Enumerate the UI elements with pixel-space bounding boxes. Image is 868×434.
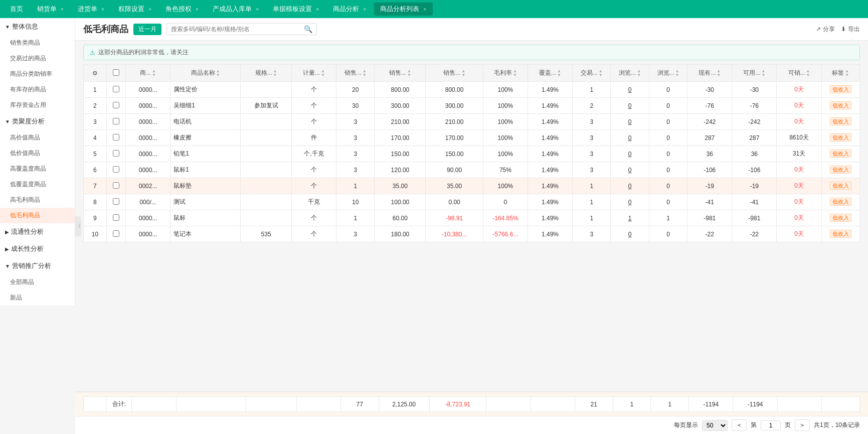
sidebar-item-inventory-capital[interactable]: 库存资金占用	[0, 97, 75, 113]
row-checkbox[interactable]	[113, 134, 119, 140]
row-check[interactable]	[106, 146, 125, 162]
nav-sales-order[interactable]: 销货单 ×	[31, 3, 70, 16]
sidebar-item-sales-goods[interactable]: 销售类商品	[0, 35, 75, 51]
col-available-header[interactable]: 可用...▲▼	[732, 65, 777, 82]
row-view1[interactable]: 0	[611, 162, 649, 178]
col-coverage-header[interactable]: 覆盖...▲▼	[528, 65, 572, 82]
col-sale-qty-header[interactable]: 销售...▲▼	[336, 65, 375, 82]
row-check[interactable]	[106, 162, 125, 178]
col-gross-rate-header[interactable]: 毛利率▲▼	[483, 65, 528, 82]
row-checkbox[interactable]	[113, 198, 119, 205]
nav-template-settings[interactable]: 单据模板设置 ×	[267, 3, 325, 16]
col-unit-header[interactable]: 计量...▲▼	[291, 65, 336, 82]
col-name-header[interactable]: 商品名称▲▼	[170, 65, 241, 82]
col-checkbox-all[interactable]	[106, 65, 125, 82]
select-all-checkbox[interactable]	[113, 69, 119, 76]
sidebar-item-low-margin[interactable]: 低毛利商品	[0, 208, 75, 223]
row-check[interactable]	[106, 98, 125, 114]
nav-role-auth[interactable]: 角色授权 ×	[159, 3, 205, 16]
row-view2: 0	[649, 114, 687, 130]
sidebar-item-high-value[interactable]: 高价值商品	[0, 130, 75, 146]
sidebar-group-marketing[interactable]: ▼ 营销推广分析	[0, 257, 75, 274]
close-template-icon[interactable]: ×	[316, 6, 319, 12]
sidebar-item-high-margin[interactable]: 高毛利商品	[0, 192, 75, 208]
search-icon[interactable]: 🔍	[304, 25, 312, 33]
close-purchase-order-icon[interactable]: ×	[101, 6, 104, 12]
row-view1[interactable]: 1	[611, 210, 649, 226]
row-code: 0002...	[126, 178, 170, 194]
sidebar-group-cluster[interactable]: ▼ 类聚度分析	[0, 113, 75, 130]
page-size-select[interactable]: 50 10 20 100	[702, 420, 728, 431]
row-checkbox[interactable]	[113, 214, 119, 221]
nav-product-analysis-list[interactable]: 商品分析列表 ×	[374, 3, 432, 16]
nav-permission-settings[interactable]: 权限设置 ×	[112, 3, 157, 16]
nav-product-analysis[interactable]: 商品分析 ×	[327, 3, 372, 16]
sidebar-item-low-coverage[interactable]: 低覆盖度商品	[0, 177, 75, 192]
row-check[interactable]	[106, 194, 125, 210]
export-button[interactable]: ⬇ 导出	[841, 25, 860, 34]
sidebar-item-high-coverage[interactable]: 高覆盖度商品	[0, 161, 75, 177]
row-view1[interactable]: 0	[611, 82, 649, 98]
close-analysis-icon[interactable]: ×	[363, 6, 366, 12]
search-input[interactable]	[171, 26, 304, 33]
row-check[interactable]	[106, 114, 125, 130]
row-check[interactable]	[106, 210, 125, 226]
row-checkbox[interactable]	[113, 86, 119, 92]
sidebar-item-traded-goods[interactable]: 交易过的商品	[0, 51, 75, 66]
close-sales-order-icon[interactable]: ×	[61, 6, 64, 12]
sidebar-group-growth[interactable]: ▶ 成长性分析	[0, 240, 75, 257]
row-view1[interactable]: 0	[611, 178, 649, 194]
sidebar-group-liquidity[interactable]: ▶ 流通性分析	[0, 223, 75, 240]
row-checkbox[interactable]	[113, 166, 119, 173]
share-button[interactable]: ↗ 分享	[816, 25, 835, 34]
sidebar-collapse-button[interactable]: 《	[75, 216, 81, 236]
sidebar-item-all-goods[interactable]: 全部商品	[0, 274, 75, 290]
time-filter-button[interactable]: 近一月	[133, 24, 161, 35]
sidebar-item-low-value[interactable]: 低价值商品	[0, 146, 75, 161]
row-num: 8	[84, 194, 107, 210]
col-sale-amount-header[interactable]: 销售...▲▼	[375, 65, 426, 82]
col-spec-header[interactable]: 规格...▲▼	[241, 65, 292, 82]
page-number-input[interactable]	[761, 420, 781, 430]
sidebar-group-growth-label: 成长性分析	[11, 244, 44, 253]
sidebar-item-new-goods[interactable]: 新品	[0, 290, 75, 306]
prev-page-button[interactable]: ＜	[732, 419, 747, 431]
col-tag-header[interactable]: 标签▲▼	[821, 65, 859, 82]
row-view1[interactable]: 0	[611, 226, 649, 242]
col-sale-profit-header[interactable]: 销售...▲▼	[426, 65, 483, 82]
row-view1[interactable]: 0	[611, 98, 649, 114]
col-settings[interactable]: ⚙	[84, 65, 107, 82]
row-check[interactable]	[106, 82, 125, 98]
row-checkbox[interactable]	[113, 102, 119, 108]
close-role-icon[interactable]: ×	[196, 6, 199, 12]
row-gross-rate: 75%	[483, 162, 528, 178]
col-view2-header[interactable]: 浏览...▲▼	[649, 65, 687, 82]
next-page-button[interactable]: ＞	[795, 419, 810, 431]
row-check[interactable]	[106, 178, 125, 194]
col-view1-header[interactable]: 浏览...▲▼	[611, 65, 649, 82]
sidebar-item-in-stock[interactable]: 有库存的商品	[0, 82, 75, 97]
row-checkbox[interactable]	[113, 150, 119, 157]
row-checkbox[interactable]	[113, 182, 119, 189]
row-view1[interactable]: 0	[611, 114, 649, 130]
row-view1[interactable]: 0	[611, 130, 649, 146]
col-code-header[interactable]: 商...▲▼	[126, 65, 170, 82]
close-product-entry-icon[interactable]: ×	[256, 6, 259, 12]
nav-home[interactable]: 首页	[4, 3, 29, 16]
nav-product-entry[interactable]: 产成品入库单 ×	[207, 3, 265, 16]
row-checkbox[interactable]	[113, 118, 119, 124]
close-analysis-list-icon[interactable]: ×	[423, 6, 426, 12]
col-sellable-header[interactable]: 可销...▲▼	[777, 65, 821, 82]
row-check[interactable]	[106, 226, 125, 242]
row-checkbox[interactable]	[113, 230, 119, 237]
nav-purchase-order[interactable]: 进货单 ×	[72, 3, 110, 16]
row-view1[interactable]: 0	[611, 194, 649, 210]
close-permission-icon[interactable]: ×	[148, 6, 151, 12]
sidebar-group-overall[interactable]: ▼ 整体信息	[0, 18, 75, 35]
total-check-cell: 合计:	[106, 397, 132, 412]
sidebar-item-category-rate[interactable]: 商品分类助销率	[0, 66, 75, 82]
row-check[interactable]	[106, 130, 125, 146]
col-current-header[interactable]: 现有...▲▼	[687, 65, 732, 82]
row-view1[interactable]: 0	[611, 146, 649, 162]
col-trade-header[interactable]: 交易...▲▼	[573, 65, 611, 82]
